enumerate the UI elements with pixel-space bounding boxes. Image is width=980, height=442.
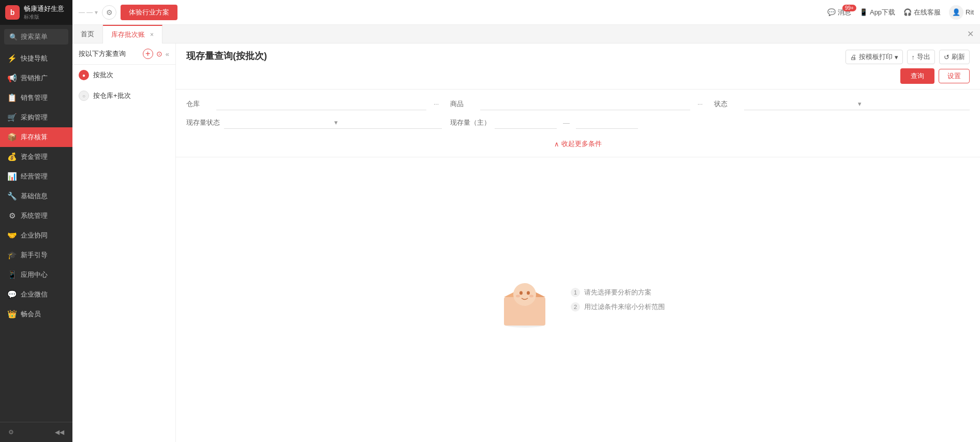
collapse-btn[interactable]: ∧ 收起更多条件 xyxy=(186,135,970,149)
messages-btn[interactable]: 💬 消息 99+ xyxy=(827,8,851,17)
stock-status-chevron-icon: ▾ xyxy=(334,119,439,126)
sidebar-item-wechat[interactable]: 💬 企业微信 xyxy=(0,285,72,304)
dash-separator: — xyxy=(563,119,570,127)
sidebar-footer: ⚙ ◀◀ xyxy=(0,422,72,442)
stock-qty-to-input[interactable] xyxy=(576,116,638,129)
sidebar-item-label: 企业微信 xyxy=(21,290,48,299)
sidebar-item-label: 销售管理 xyxy=(21,93,48,102)
scroll-up-btn[interactable]: ⚙ xyxy=(5,428,17,437)
sidebar-item-quicknav[interactable]: ⚡ 快捷导航 xyxy=(0,49,72,68)
marketing-icon: 📢 xyxy=(7,73,17,83)
stock-qty-filter-group: 现存量（主） — xyxy=(450,116,706,129)
stock-status-select[interactable]: ▾ xyxy=(224,116,442,129)
export-icon: ↑ xyxy=(912,53,915,61)
sidebar-item-sales[interactable]: 📋 销售管理 xyxy=(0,88,72,108)
scheme-by-batch[interactable]: ● 按批次 xyxy=(72,65,175,85)
sidebar-item-finance[interactable]: 💰 资金管理 xyxy=(0,147,72,167)
message-badge: 99+ xyxy=(842,5,856,11)
sidebar-item-system[interactable]: ⚙ 系统管理 xyxy=(0,206,72,226)
gear-icon: ⚙ xyxy=(106,8,113,17)
sidebar-nav: ⚡ 快捷导航 📢 营销推广 📋 销售管理 🛒 采购管理 📦 库存核算 💰 资金管… xyxy=(0,49,72,422)
sidebar-item-inventory[interactable]: 📦 库存核算 xyxy=(0,127,72,147)
print-btn[interactable]: 🖨 按模板打印 ▾ xyxy=(845,50,903,64)
tip-1-num: 1 xyxy=(571,288,580,297)
sidebar-item-basics[interactable]: 🔧 基础信息 xyxy=(0,186,72,206)
tab-inventory-batch[interactable]: 库存批次账 × xyxy=(103,25,162,43)
tab-close-btn[interactable]: × xyxy=(150,31,154,38)
download-icon: 📱 xyxy=(859,8,868,16)
settings-btn[interactable]: 设置 xyxy=(939,69,970,83)
sidebar-item-marketing[interactable]: 📢 营销推广 xyxy=(0,68,72,88)
topbar: — — ▾ ⚙ 体验行业方案 💬 消息 99+ 📱 App下载 🎧 在线客服 xyxy=(72,0,980,25)
refresh-icon: ↺ xyxy=(944,53,949,61)
svg-point-5 xyxy=(519,291,523,295)
tip-1-text: 请先选择要分析的方案 xyxy=(584,288,651,297)
tab-home-label: 首页 xyxy=(81,30,94,39)
tab-home[interactable]: 首页 xyxy=(72,25,103,43)
app-logo: b xyxy=(5,5,20,20)
empty-tip-2: 2 用过滤条件来缩小分析范围 xyxy=(571,302,665,312)
gear-btn[interactable]: ⚙ xyxy=(102,5,116,20)
user-avatar-btn[interactable]: 👤 Rit xyxy=(949,5,974,20)
stock-status-label: 现存量状态 xyxy=(186,118,220,127)
product-more-btn[interactable]: ··· xyxy=(694,99,706,109)
sidebar-item-enterprise[interactable]: 🤝 企业协同 xyxy=(0,226,72,245)
status-select[interactable]: ▾ xyxy=(744,98,970,110)
empty-content: 1 请先选择要分析的方案 2 用过滤条件来缩小分析范围 xyxy=(491,269,665,331)
right-content: 现存量查询(按批次) 🖨 按模板打印 ▾ ↑ 导出 xyxy=(176,43,980,442)
warehouse-more-btn[interactable]: ··· xyxy=(430,99,442,109)
online-service-label: 在线客服 xyxy=(914,8,941,17)
sidebar-item-label: 经营管理 xyxy=(21,172,48,181)
page-title: 现存量查询(按批次) xyxy=(186,50,267,62)
sidebar-item-label: 快捷导航 xyxy=(21,54,48,63)
scheme-settings-btn[interactable]: ⊙ xyxy=(156,50,162,58)
app-download-btn[interactable]: 📱 App下载 xyxy=(859,8,895,17)
online-service-btn[interactable]: 🎧 在线客服 xyxy=(903,8,941,17)
collapse-panel-btn[interactable]: « xyxy=(166,50,169,58)
collapse-chevron-icon: ∧ xyxy=(554,140,559,148)
avatar-icon: 👤 xyxy=(952,8,960,16)
sidebar-item-management[interactable]: 📊 经营管理 xyxy=(0,167,72,186)
search-icon: 🔍 xyxy=(9,33,18,41)
tab-bar: 首页 库存批次账 × ✕ xyxy=(72,25,980,43)
sidebar-item-guide[interactable]: 🎓 新手引导 xyxy=(0,245,72,265)
warehouse-input[interactable] xyxy=(216,98,426,110)
vip-icon: 👑 xyxy=(7,310,17,319)
scheme-active-icon: ● xyxy=(79,70,89,80)
add-scheme-btn[interactable]: + xyxy=(143,49,153,59)
sidebar-item-label: 畅会员 xyxy=(21,310,41,319)
user-name: Rit xyxy=(966,8,974,16)
tab-close-all-btn[interactable]: ✕ xyxy=(961,29,980,39)
sidebar-header: b 畅康通好生意 标准版 xyxy=(0,0,72,25)
empty-illustration xyxy=(491,269,558,331)
empty-tip-1: 1 请先选择要分析的方案 xyxy=(571,288,665,297)
export-btn[interactable]: ↑ 导出 xyxy=(907,50,936,64)
query-btn[interactable]: 查询 xyxy=(900,68,934,84)
refresh-btn[interactable]: ↺ 刷新 xyxy=(939,50,970,64)
svg-point-8 xyxy=(529,295,533,298)
sidebar-item-apps[interactable]: 📱 应用中心 xyxy=(0,265,72,285)
empty-state: 1 请先选择要分析的方案 2 用过滤条件来缩小分析范围 xyxy=(176,157,980,442)
scheme-by-warehouse-batch[interactable]: ○ 按仓库+批次 xyxy=(72,85,175,106)
sidebar-item-label: 资金管理 xyxy=(21,152,48,161)
filter-row-2: 现存量状态 ▾ 现存量（主） — xyxy=(186,116,970,129)
search-menu-item[interactable]: 🔍 搜索菜单 xyxy=(4,29,68,45)
sidebar-item-vip[interactable]: 👑 畅会员 xyxy=(0,304,72,324)
breadcrumb: — — ▾ xyxy=(79,9,98,16)
sidebar-item-label: 基础信息 xyxy=(21,191,48,201)
status-label: 状态 xyxy=(714,99,740,109)
svg-point-4 xyxy=(513,283,536,306)
sidebar-item-label: 营销推广 xyxy=(21,73,48,83)
product-input[interactable] xyxy=(480,98,690,110)
stock-qty-from-input[interactable] xyxy=(495,116,557,129)
experience-btn[interactable]: 体验行业方案 xyxy=(121,5,177,20)
print-chevron-icon: ▾ xyxy=(895,53,898,61)
scroll-down-btn[interactable]: ◀◀ xyxy=(52,428,67,437)
system-icon: ⚙ xyxy=(7,211,17,220)
empty-svg xyxy=(491,269,558,331)
wechat-icon: 💬 xyxy=(7,290,17,299)
left-panel-header: 按以下方案查询 + ⊙ « xyxy=(72,43,175,65)
warehouse-filter-group: 仓库 ··· xyxy=(186,98,442,110)
filter-area: 仓库 ··· 商品 ··· 状态 ▾ xyxy=(176,90,980,157)
sidebar-item-purchase[interactable]: 🛒 采购管理 xyxy=(0,108,72,127)
